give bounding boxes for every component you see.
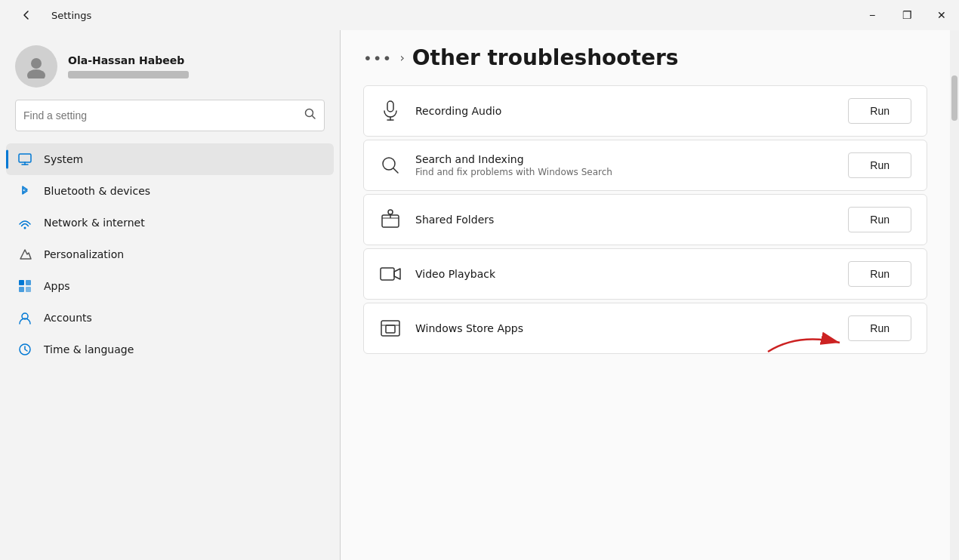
right-scrollbar[interactable]: [950, 30, 959, 560]
sidebar-item-personalization[interactable]: Personalization: [6, 238, 334, 270]
store-icon: [379, 317, 402, 340]
apps-label: Apps: [44, 280, 70, 292]
run-search-indexing-button[interactable]: Run: [848, 152, 911, 178]
content-area: ••• › Other troubleshooters Recording Au…: [341, 30, 950, 560]
video-icon: [379, 263, 402, 285]
svg-point-0: [31, 58, 42, 69]
app-title: Settings: [51, 10, 91, 21]
network-label: Network & internet: [44, 217, 145, 229]
shared-folder-icon: [379, 208, 402, 231]
item-title: Search and Indexing: [415, 153, 834, 165]
svg-rect-5: [19, 280, 24, 285]
back-button[interactable]: [9, 0, 44, 30]
bluetooth-label: Bluetooth & devices: [44, 185, 150, 197]
avatar: [15, 45, 57, 88]
run-video-playback-button[interactable]: Run: [848, 261, 911, 287]
sidebar-item-time[interactable]: Time & language: [6, 334, 334, 365]
run-recording-audio-button[interactable]: Run: [848, 98, 911, 124]
svg-rect-6: [26, 280, 31, 285]
list-item: Video Playback Run: [363, 248, 927, 300]
page-title: Other troubleshooters: [412, 45, 679, 70]
sidebar-item-accounts[interactable]: Accounts: [6, 302, 334, 334]
breadcrumb-dots[interactable]: •••: [363, 49, 392, 67]
system-label: System: [44, 153, 83, 165]
svg-point-1: [27, 69, 45, 78]
content-header: ••• › Other troubleshooters: [341, 30, 950, 85]
item-title: Recording Audio: [415, 105, 834, 117]
system-icon: [17, 151, 33, 168]
user-name: Ola-Hassan Habeeb: [68, 54, 189, 66]
microphone-icon: [379, 100, 402, 122]
svg-rect-7: [19, 287, 24, 292]
apps-icon: [17, 278, 33, 294]
breadcrumb-chevron: ›: [399, 51, 404, 65]
maximize-button[interactable]: ❐: [890, 0, 924, 30]
minimize-button[interactable]: −: [855, 0, 890, 30]
search-input[interactable]: [23, 109, 298, 122]
sidebar-item-apps[interactable]: Apps: [6, 270, 334, 302]
svg-rect-11: [387, 101, 393, 112]
sidebar-item-network[interactable]: Network & internet: [6, 207, 334, 238]
sidebar: Ola-Hassan Habeeb: [0, 30, 340, 560]
svg-rect-15: [381, 268, 394, 280]
search-icon: [304, 108, 316, 123]
bluetooth-icon: [17, 183, 33, 199]
search-indexing-icon: [379, 154, 402, 177]
close-button[interactable]: ✕: [924, 0, 959, 30]
title-bar: Settings − ❐ ✕: [0, 0, 959, 30]
accounts-label: Accounts: [44, 312, 92, 324]
scrollbar-thumb: [951, 75, 957, 121]
list-item: Windows Store Apps Run: [363, 303, 927, 354]
window-controls: − ❐ ✕: [855, 0, 959, 30]
nav-list: System Bluetooth & devices: [0, 143, 340, 560]
time-label: Time & language: [44, 343, 134, 355]
item-title: Video Playback: [415, 268, 834, 280]
svg-point-4: [24, 227, 26, 229]
search-box[interactable]: [15, 100, 325, 131]
annotation-arrow: [760, 329, 851, 359]
svg-rect-8: [26, 287, 31, 292]
list-item: Search and Indexing Find and fix problem…: [363, 140, 927, 191]
svg-point-14: [388, 210, 393, 214]
personalization-icon: [17, 246, 33, 263]
list-item: Recording Audio Run: [363, 85, 927, 137]
svg-rect-16: [381, 321, 399, 336]
item-title: Shared Folders: [415, 214, 834, 226]
user-email: [68, 71, 189, 78]
sidebar-item-bluetooth[interactable]: Bluetooth & devices: [6, 175, 334, 207]
personalization-label: Personalization: [44, 248, 124, 260]
network-icon: [17, 214, 33, 231]
accounts-icon: [17, 309, 33, 326]
user-section: Ola-Hassan Habeeb: [0, 30, 340, 100]
svg-rect-3: [19, 154, 31, 162]
svg-rect-17: [386, 325, 395, 333]
item-subtitle: Find and fix problems with Windows Searc…: [415, 167, 834, 177]
content-scroll[interactable]: Recording Audio Run Search and Indexing …: [341, 85, 950, 560]
sidebar-item-system[interactable]: System: [6, 143, 334, 175]
run-windows-store-button[interactable]: Run: [848, 315, 911, 341]
time-icon: [17, 341, 33, 358]
list-item: Shared Folders Run: [363, 194, 927, 245]
run-shared-folders-button[interactable]: Run: [848, 207, 911, 232]
